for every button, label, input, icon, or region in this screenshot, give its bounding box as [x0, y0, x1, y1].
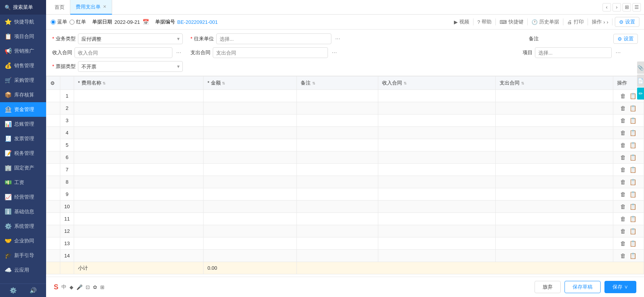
- delete-icon[interactable]: 🗑: [619, 166, 627, 173]
- video-btn[interactable]: ▶ 视频: [452, 18, 471, 26]
- table-container[interactable]: ⚙ * 费用名称 ⇅ * 金额 ⇅ 备注 ⇅ 收入合同: [46, 76, 644, 277]
- row-expense-contract-cell[interactable]: [496, 250, 613, 262]
- sidebar-item-inventory[interactable]: 📦 库存核算: [0, 88, 46, 102]
- delete-icon[interactable]: 🗑: [619, 216, 627, 222]
- row-expense-name-cell[interactable]: [74, 250, 204, 262]
- row-amount-cell[interactable]: [204, 127, 297, 139]
- row-income-contract-cell[interactable]: [378, 114, 496, 127]
- row-income-contract-cell[interactable]: [378, 127, 496, 139]
- copy-icon[interactable]: 📋: [628, 240, 638, 247]
- copy-icon[interactable]: 📋: [628, 216, 638, 222]
- row-amount-cell[interactable]: [204, 90, 297, 102]
- row-ops-cell[interactable]: 🗑 📋: [613, 102, 644, 114]
- right-float-doc-btn[interactable]: 📄: [637, 75, 644, 87]
- sidebar-search[interactable]: 🔍 搜索菜单: [0, 0, 46, 15]
- operation-btn[interactable]: 操作 › ›: [590, 18, 610, 26]
- row-expense-contract-cell[interactable]: [496, 213, 613, 225]
- row-income-contract-cell[interactable]: [378, 164, 496, 176]
- copy-icon[interactable]: 📋: [628, 166, 638, 173]
- row-amount-cell[interactable]: [204, 102, 297, 114]
- row-remark-cell[interactable]: [297, 151, 378, 164]
- row-expense-contract-cell[interactable]: [496, 127, 613, 139]
- row-ops-cell[interactable]: 🗑 📋: [613, 225, 644, 237]
- row-amount-cell[interactable]: [204, 237, 297, 250]
- row-expense-name-cell[interactable]: [74, 114, 204, 127]
- row-remark-cell[interactable]: [297, 114, 378, 127]
- income-contract-dots[interactable]: ···: [175, 49, 183, 56]
- delete-icon[interactable]: 🗑: [619, 105, 627, 111]
- row-remark-cell[interactable]: [297, 225, 378, 237]
- row-remark-cell[interactable]: [297, 164, 378, 176]
- row-expense-contract-cell[interactable]: [496, 176, 613, 188]
- radio-red[interactable]: 红单: [70, 18, 86, 25]
- delete-icon[interactable]: 🗑: [619, 203, 627, 210]
- row-amount-cell[interactable]: [204, 225, 297, 237]
- row-ops-cell[interactable]: 🗑 📋: [613, 188, 644, 201]
- row-expense-contract-cell[interactable]: [496, 114, 613, 127]
- row-amount-cell[interactable]: [204, 164, 297, 176]
- row-remark-cell[interactable]: [297, 250, 378, 262]
- form-settings-btn[interactable]: ⚙ 设置: [613, 34, 638, 44]
- row-expense-name-cell[interactable]: [74, 201, 204, 213]
- sidebar-item-project-contract[interactable]: 📋 项目合同: [0, 29, 46, 44]
- copy-icon[interactable]: 📋: [628, 105, 638, 111]
- volume-icon[interactable]: 🔊: [30, 287, 37, 294]
- sidebar-item-payroll[interactable]: 💵 工资: [0, 175, 46, 190]
- save-draft-button[interactable]: 保存草稿: [565, 281, 601, 293]
- row-expense-name-cell[interactable]: [74, 90, 204, 102]
- copy-icon[interactable]: 📋: [628, 228, 638, 234]
- row-ops-cell[interactable]: 🗑 📋: [613, 164, 644, 176]
- row-expense-name-cell[interactable]: [74, 176, 204, 188]
- col-gear[interactable]: ⚙: [46, 76, 60, 90]
- row-remark-cell[interactable]: [297, 127, 378, 139]
- row-expense-contract-cell[interactable]: [496, 151, 613, 164]
- col-amount[interactable]: * 金额 ⇅: [204, 76, 297, 90]
- project-input[interactable]: [535, 47, 612, 58]
- row-income-contract-cell[interactable]: [378, 176, 496, 188]
- delete-icon[interactable]: 🗑: [619, 129, 627, 136]
- sidebar-item-marketing[interactable]: 📢 营销推广: [0, 44, 46, 58]
- tab-home[interactable]: 首页: [49, 0, 70, 15]
- row-income-contract-cell[interactable]: [378, 213, 496, 225]
- row-expense-contract-cell[interactable]: [496, 201, 613, 213]
- copy-icon[interactable]: 📋: [628, 129, 638, 136]
- row-expense-contract-cell[interactable]: [496, 188, 613, 201]
- sidebar-item-ledger[interactable]: 📊 总账管理: [0, 117, 46, 131]
- row-ops-cell[interactable]: 🗑 📋: [613, 250, 644, 262]
- right-float-edit-btn[interactable]: ✏: [637, 88, 644, 100]
- row-expense-name-cell[interactable]: [74, 225, 204, 237]
- settings-btn[interactable]: ⚙ 设置: [615, 17, 639, 27]
- row-expense-contract-cell[interactable]: [496, 102, 613, 114]
- sidebar-item-newbie[interactable]: 🎓 新手引导: [0, 248, 46, 263]
- row-income-contract-cell[interactable]: [378, 201, 496, 213]
- tab-list-btn[interactable]: ☰: [632, 3, 641, 12]
- delete-icon[interactable]: 🗑: [619, 154, 627, 161]
- row-income-contract-cell[interactable]: [378, 151, 496, 164]
- sidebar-item-cloud[interactable]: ☁️ 云应用: [0, 263, 46, 277]
- sidebar-item-system[interactable]: ⚙️ 系统管理: [0, 219, 46, 234]
- copy-icon[interactable]: 📋: [628, 203, 638, 210]
- expense-contract-dots[interactable]: ···: [330, 49, 338, 56]
- invoice-type-select[interactable]: 不开票: [78, 61, 183, 72]
- expense-contract-input[interactable]: [213, 47, 328, 58]
- row-remark-cell[interactable]: [297, 237, 378, 250]
- tab-next-btn[interactable]: ›: [613, 3, 621, 12]
- row-amount-cell[interactable]: [204, 213, 297, 225]
- serial-value[interactable]: BE-20220921-001: [177, 19, 218, 25]
- delete-icon[interactable]: 🗑: [619, 240, 627, 247]
- radio-blue-input[interactable]: [51, 20, 56, 25]
- copy-icon[interactable]: 📋: [628, 93, 638, 99]
- biz-type-select[interactable]: 应付调整: [78, 33, 183, 44]
- sidebar-item-corp[interactable]: 🤝 企业协同: [0, 234, 46, 248]
- income-contract-input[interactable]: [74, 47, 172, 58]
- row-expense-contract-cell[interactable]: [496, 139, 613, 151]
- sidebar-item-quick-nav[interactable]: ⭐ 快捷导航: [0, 15, 46, 29]
- sidebar-item-tax[interactable]: 📝 税务管理: [0, 146, 46, 161]
- sidebar-item-invoice[interactable]: 🧾 发票管理: [0, 131, 46, 146]
- row-amount-cell[interactable]: [204, 139, 297, 151]
- copy-icon[interactable]: 📋: [628, 252, 638, 259]
- tab-expense[interactable]: 费用支出单 ✕: [70, 0, 112, 15]
- counterpart-input[interactable]: [216, 33, 331, 44]
- copy-icon[interactable]: 📋: [628, 142, 638, 148]
- row-income-contract-cell[interactable]: [378, 250, 496, 262]
